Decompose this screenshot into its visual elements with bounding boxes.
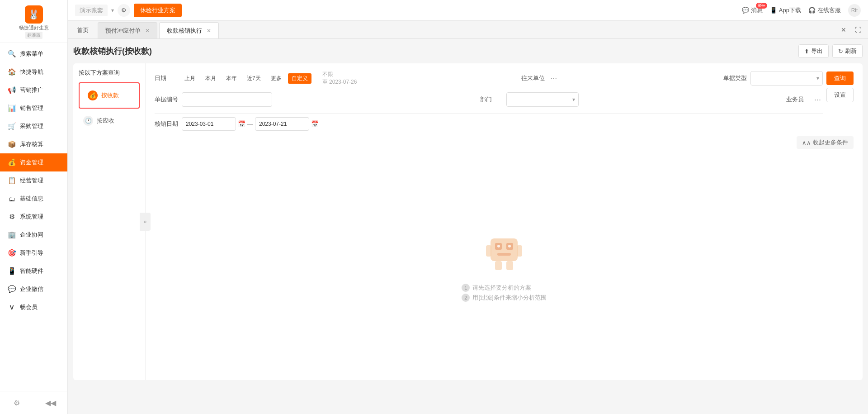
date-last-month-btn[interactable]: 上月 [181,73,199,84]
service-icon: 🎧 [808,7,816,14]
tab-close-all-icon[interactable]: ✕ [838,24,849,35]
voucher-no-input[interactable] [182,92,272,107]
right-panel: 日期 上月 本月 本年 近7天 更多 自定义 [146,63,863,380]
verification-end-input[interactable] [255,117,309,131]
voucher-type-select[interactable] [750,71,823,86]
svg-point-9 [508,245,511,247]
app-download-button[interactable]: 📱 App下载 [770,6,801,14]
collapse-conditions-button[interactable]: ∧∧ 收起更多条件 [797,136,854,149]
sidebar-item-sales[interactable]: 📊 销售管理 [0,99,67,117]
tab-bar: 首页 预付冲应付单 ✕ 收款核销执行 ✕ ✕ ⛶ [68,21,868,39]
by-receivable-icon: 🕐 [83,116,93,126]
date-this-year-btn[interactable]: 本年 [222,73,241,84]
tab-prepay[interactable]: 预付冲应付单 ✕ [98,22,157,38]
sidebar-item-vip[interactable]: V 畅会员 [0,298,67,316]
date-group: 日期 上月 本月 本年 近7天 更多 自定义 [155,73,311,84]
tab-receipt[interactable]: 收款核销执行 ✕ [159,22,219,38]
collapse-conditions-label: 收起更多条件 [813,138,848,147]
filter-item-by-receivable[interactable]: 🕐 按应收 [79,112,140,129]
finance-icon: 💰 [7,158,16,167]
sidebar-item-purchase[interactable]: 🛒 采购管理 [0,117,67,135]
sidebar-item-operation[interactable]: 📋 经营管理 [0,171,67,190]
svg-rect-6 [495,261,502,270]
refresh-button[interactable]: ↻ 刷新 [832,44,863,58]
sidebar-item-system[interactable]: ⚙ 系统管理 [0,208,67,226]
form-row-2: 单据编号 部门 ▾ [155,92,823,107]
sidebar-item-guide[interactable]: 🎯 新手引导 [0,244,67,262]
sidebar-item-wechat[interactable]: 💬 企业微信 [0,280,67,298]
date-more-btn[interactable]: 更多 [267,73,285,84]
header-right: 💬 消息 99+ 📱 App下载 🎧 在线客服 Rit [742,4,861,17]
tab-home[interactable]: 首页 [70,22,96,38]
export-button[interactable]: ⬆ 导出 [798,44,829,58]
tab-prepay-close-icon[interactable]: ✕ [145,28,150,34]
dropdown-arrow-icon[interactable]: ▾ [111,7,114,14]
industry-solution-button[interactable]: 休验行业方案 [134,4,182,17]
date-this-month-btn[interactable]: 本月 [202,73,220,84]
voucher-no-group: 单据编号 [155,92,272,107]
verification-start-input[interactable] [182,117,236,131]
calendar-end-icon[interactable]: 📅 [311,120,319,128]
filter-item-by-receipt[interactable]: 💰 按收款 [83,87,135,104]
form-fields: 日期 上月 本月 本年 近7天 更多 自定义 [155,71,823,133]
collapse-filter-btn[interactable]: » [140,213,151,231]
settings-icon[interactable]: ⚙ [10,396,24,409]
logo-icon: 🐰 [25,5,43,24]
user-avatar[interactable]: Rit [848,4,861,17]
company-name[interactable]: 演示账套 [75,5,108,16]
inventory-icon: 📦 [7,140,16,149]
svg-rect-7 [506,261,513,270]
query-button[interactable]: 查询 [826,71,854,85]
date-7days-btn[interactable]: 近7天 [243,73,264,84]
date-label: 日期 [155,74,177,82]
sidebar: 🐰 畅捷通好生意 标准版 🔍 搜索菜单 🏠 快捷导航 📢 营销推广 📊 销售管理… [0,0,68,414]
step-2: 2 [462,294,470,302]
app-logo: 🐰 畅捷通好生意 标准版 [0,0,67,43]
form-section: 日期 上月 本月 本年 近7天 更多 自定义 [146,63,863,133]
voucher-type-label: 单据类型 [723,74,747,82]
online-service-button[interactable]: 🎧 在线客服 [808,6,841,14]
sidebar-item-label: 库存核算 [20,140,43,148]
svg-point-8 [497,245,500,247]
collapse-sidebar-icon[interactable]: ◀◀ [44,396,57,409]
filter-panel: 按以下方案查询 💰 按收款 🕐 按应收 » [73,63,146,380]
tab-expand-icon[interactable]: ⛶ [853,24,863,35]
sidebar-item-inventory[interactable]: 📦 库存核算 [0,135,67,153]
department-label: 部门 [480,95,503,104]
department-group: 部门 ▾ [480,92,579,107]
sidebar-item-label: 搜索菜单 [20,50,43,58]
salesperson-group: 业务员 ··· [786,95,823,104]
purchase-icon: 🛒 [7,122,16,131]
sidebar-item-finance[interactable]: 💰 资金管理 [0,153,67,171]
filter-item-label: 按收款 [101,91,119,100]
counterpart-more-icon[interactable]: ··· [548,74,559,82]
by-receipt-icon: 💰 [88,90,98,100]
sidebar-item-search[interactable]: 🔍 搜索菜单 [0,45,67,63]
sidebar-item-enterprise[interactable]: 🏢 企业协同 [0,226,67,244]
svg-rect-0 [491,238,518,261]
message-badge: 99+ [756,3,767,9]
home-icon: 🏠 [7,67,16,76]
svg-rect-5 [517,245,522,257]
tab-receipt-close-icon[interactable]: ✕ [207,28,211,34]
sidebar-item-hardware[interactable]: 📱 智能硬件 [0,262,67,280]
form-row-3: 核销日期 📅 — 📅 [155,117,823,131]
sidebar-nav: 🔍 搜索菜单 🏠 快捷导航 📢 营销推广 📊 销售管理 🛒 采购管理 📦 库存核… [0,43,67,391]
query-buttons: 查询 设置 [826,71,854,133]
message-button[interactable]: 💬 消息 99+ [742,6,763,14]
top-header: 演示账套 ▾ ⚙ 休验行业方案 💬 消息 99+ 📱 App下载 🎧 在线客服 … [68,0,868,21]
sidebar-item-label: 经营管理 [20,176,43,185]
svg-rect-4 [486,245,491,257]
settings-button[interactable]: ⚙ [118,4,130,17]
date-custom-btn[interactable]: 自定义 [288,73,311,84]
sidebar-item-basic-info[interactable]: 🗂 基础信息 [0,190,67,208]
setting-button[interactable]: 设置 [826,88,854,102]
header-left: 演示账套 ▾ ⚙ 休验行业方案 [75,4,182,17]
calendar-start-icon[interactable]: 📅 [238,120,245,128]
department-select[interactable] [506,92,579,107]
filter-item-label: 按应收 [97,117,114,125]
sidebar-item-marketing[interactable]: 📢 营销推广 [0,81,67,99]
app-badge: 标准版 [25,32,42,39]
salesperson-more-icon[interactable]: ··· [812,95,823,104]
sidebar-item-quick-nav[interactable]: 🏠 快捷导航 [0,63,67,81]
